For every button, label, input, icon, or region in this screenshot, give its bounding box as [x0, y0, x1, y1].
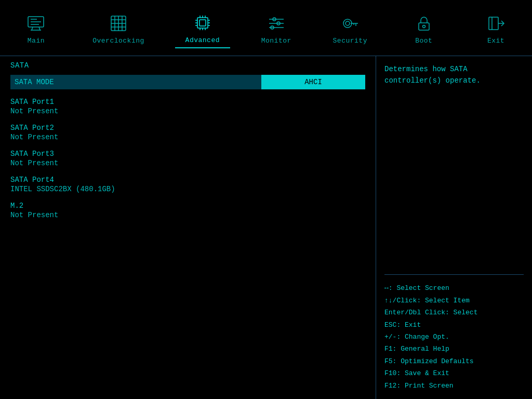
- port-name: SATA Port4: [10, 176, 365, 184]
- svg-line-2: [39, 27, 40, 30]
- port-group: M.2Not Present: [10, 202, 365, 219]
- shortcut-line: ESC: Exit: [384, 319, 524, 331]
- port-name: SATA Port3: [10, 150, 365, 158]
- port-status: Not Present: [10, 211, 365, 219]
- overclocking-icon: [108, 13, 129, 34]
- svg-line-1: [32, 27, 33, 30]
- help-text: Determines how SATA controller(s) operat…: [384, 63, 524, 275]
- nav-label-monitor: Monitor: [261, 37, 291, 45]
- shortcut-line: +/-: Change Opt.: [384, 331, 524, 343]
- nav-label-boot: Boot: [415, 37, 432, 45]
- port-name: SATA Port1: [10, 98, 365, 106]
- content-area: SATA SATA MODE AHCI SATA Port1Not Presen…: [0, 56, 376, 399]
- shortcut-line: ↑↓/Click: Select Item: [384, 295, 524, 307]
- port-group: SATA Port2Not Present: [10, 124, 365, 141]
- nav-item-overclocking[interactable]: Overclocking: [82, 10, 155, 48]
- boot-icon: [414, 13, 434, 34]
- port-name: M.2: [10, 202, 365, 210]
- main-layout: SATA SATA MODE AHCI SATA Port1Not Presen…: [0, 56, 532, 399]
- nav-item-boot[interactable]: Boot: [398, 10, 450, 48]
- shortcut-line: F1: General Help: [384, 343, 524, 355]
- advanced-icon: [192, 12, 213, 33]
- sata-mode-value: AHCI: [261, 75, 365, 89]
- shortcut-line: ↔: Select Screen: [384, 282, 524, 294]
- svg-rect-39: [419, 23, 429, 30]
- svg-point-35: [345, 21, 350, 25]
- nav-item-exit[interactable]: Exit: [470, 10, 522, 48]
- exit-icon: [486, 13, 507, 34]
- port-status: Not Present: [10, 133, 365, 141]
- port-status: Not Present: [10, 107, 365, 115]
- shortcut-line: F5: Optimized Defaults: [384, 355, 524, 367]
- section-title: SATA: [10, 61, 365, 70]
- nav-label-exit: Exit: [487, 37, 504, 45]
- nav-item-monitor[interactable]: Monitor: [250, 10, 302, 48]
- svg-point-40: [422, 25, 425, 28]
- shortcut-line: F12: Print Screen: [384, 380, 524, 392]
- main-icon: [25, 13, 46, 34]
- nav-item-security[interactable]: Security: [323, 10, 378, 48]
- sidebar: Determines how SATA controller(s) operat…: [376, 56, 532, 399]
- nav-bar: Main Overclocking: [0, 0, 532, 56]
- port-group: SATA Port4INTEL SSDSC2BX (480.1GB): [10, 176, 365, 193]
- ports-container: SATA Port1Not PresentSATA Port2Not Prese…: [10, 98, 365, 219]
- svg-rect-41: [489, 17, 498, 30]
- security-icon: [340, 13, 361, 34]
- sata-mode-row[interactable]: SATA MODE AHCI: [10, 75, 365, 89]
- port-group: SATA Port3Not Present: [10, 150, 365, 167]
- port-status: Not Present: [10, 159, 365, 167]
- shortcut-line: Enter/Dbl Click: Select: [384, 307, 524, 318]
- nav-label-overclocking: Overclocking: [92, 37, 144, 45]
- nav-label-advanced: Advanced: [185, 36, 220, 44]
- svg-rect-14: [197, 18, 208, 28]
- port-status: INTEL SSDSC2BX (480.1GB): [10, 185, 365, 193]
- sata-mode-label: SATA MODE: [10, 75, 261, 89]
- nav-label-security: Security: [333, 37, 367, 45]
- nav-item-advanced[interactable]: Advanced: [175, 9, 230, 48]
- monitor-icon: [266, 13, 287, 34]
- svg-point-34: [343, 19, 352, 28]
- shortcut-line: F10: Save & Exit: [384, 367, 524, 379]
- svg-rect-15: [200, 20, 206, 26]
- port-group: SATA Port1Not Present: [10, 98, 365, 115]
- nav-item-main[interactable]: Main: [10, 10, 62, 48]
- port-name: SATA Port2: [10, 124, 365, 132]
- shortcuts-container: ↔: Select Screen↑↓/Click: Select ItemEnt…: [384, 282, 524, 392]
- nav-label-main: Main: [28, 37, 45, 45]
